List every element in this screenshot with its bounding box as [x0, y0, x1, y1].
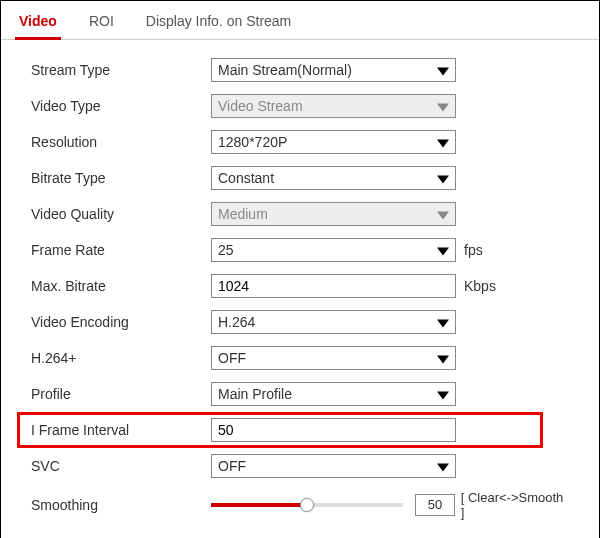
- video-type-select: Video Stream: [211, 94, 456, 118]
- smoothing-value[interactable]: 50: [415, 494, 454, 516]
- video-quality-select: Medium: [211, 202, 456, 226]
- label-video-type: Video Type: [31, 98, 211, 114]
- row-svc: SVC OFF: [31, 454, 569, 478]
- smoothing-legend: [ Clear<->Smooth ]: [461, 490, 569, 520]
- profile-value: Main Profile: [218, 386, 292, 402]
- chevron-down-icon: [437, 320, 449, 328]
- row-stream-type: Stream Type Main Stream(Normal): [31, 58, 569, 82]
- frame-rate-select[interactable]: 25: [211, 238, 456, 262]
- chevron-down-icon: [437, 464, 449, 472]
- label-video-encoding: Video Encoding: [31, 314, 211, 330]
- label-profile: Profile: [31, 386, 211, 402]
- svc-value: OFF: [218, 458, 246, 474]
- max-bitrate-unit: Kbps: [464, 278, 496, 294]
- chevron-down-icon: [437, 392, 449, 400]
- resolution-select[interactable]: 1280*720P: [211, 130, 456, 154]
- smoothing-control: 50 [ Clear<->Smooth ]: [211, 490, 569, 520]
- chevron-down-icon: [437, 212, 449, 220]
- row-h264plus: H.264+ OFF: [31, 346, 569, 370]
- label-resolution: Resolution: [31, 134, 211, 150]
- label-bitrate-type: Bitrate Type: [31, 170, 211, 186]
- row-profile: Profile Main Profile: [31, 382, 569, 406]
- row-frame-rate: Frame Rate 25 fps: [31, 238, 569, 262]
- bitrate-type-select[interactable]: Constant: [211, 166, 456, 190]
- row-bitrate-type: Bitrate Type Constant: [31, 166, 569, 190]
- label-stream-type: Stream Type: [31, 62, 211, 78]
- label-iframe-interval: I Frame Interval: [31, 422, 211, 438]
- video-encoding-select[interactable]: H.264: [211, 310, 456, 334]
- profile-select[interactable]: Main Profile: [211, 382, 456, 406]
- label-svc: SVC: [31, 458, 211, 474]
- smoothing-slider[interactable]: [211, 496, 403, 514]
- tab-display-info[interactable]: Display Info. on Stream: [142, 9, 296, 39]
- label-smoothing: Smoothing: [31, 497, 211, 513]
- slider-thumb[interactable]: [300, 498, 314, 512]
- stream-type-select[interactable]: Main Stream(Normal): [211, 58, 456, 82]
- tab-roi[interactable]: ROI: [85, 9, 118, 39]
- h264plus-value: OFF: [218, 350, 246, 366]
- video-type-value: Video Stream: [218, 98, 303, 114]
- chevron-down-icon: [437, 140, 449, 148]
- bitrate-type-value: Constant: [218, 170, 274, 186]
- row-video-encoding: Video Encoding H.264: [31, 310, 569, 334]
- tab-bar: Video ROI Display Info. on Stream: [1, 1, 599, 40]
- max-bitrate-input[interactable]: [211, 274, 456, 298]
- chevron-down-icon: [437, 104, 449, 112]
- label-h264plus: H.264+: [31, 350, 211, 366]
- video-settings-form: Stream Type Main Stream(Normal) Video Ty…: [1, 40, 599, 538]
- settings-panel: Video ROI Display Info. on Stream Stream…: [0, 0, 600, 538]
- resolution-value: 1280*720P: [218, 134, 287, 150]
- chevron-down-icon: [437, 68, 449, 76]
- frame-rate-value: 25: [218, 242, 234, 258]
- iframe-interval-input[interactable]: [211, 418, 456, 442]
- slider-fill: [211, 503, 307, 507]
- video-encoding-value: H.264: [218, 314, 255, 330]
- row-resolution: Resolution 1280*720P: [31, 130, 569, 154]
- stream-type-value: Main Stream(Normal): [218, 62, 352, 78]
- row-max-bitrate: Max. Bitrate Kbps: [31, 274, 569, 298]
- h264plus-select[interactable]: OFF: [211, 346, 456, 370]
- chevron-down-icon: [437, 248, 449, 256]
- row-video-quality: Video Quality Medium: [31, 202, 569, 226]
- chevron-down-icon: [437, 176, 449, 184]
- chevron-down-icon: [437, 356, 449, 364]
- label-video-quality: Video Quality: [31, 206, 211, 222]
- label-frame-rate: Frame Rate: [31, 242, 211, 258]
- tab-video[interactable]: Video: [15, 9, 61, 40]
- video-quality-value: Medium: [218, 206, 268, 222]
- row-smoothing: Smoothing 50 [ Clear<->Smooth ]: [31, 490, 569, 520]
- frame-rate-unit: fps: [464, 242, 483, 258]
- svc-select[interactable]: OFF: [211, 454, 456, 478]
- row-iframe-interval: I Frame Interval: [31, 418, 569, 442]
- row-video-type: Video Type Video Stream: [31, 94, 569, 118]
- label-max-bitrate: Max. Bitrate: [31, 278, 211, 294]
